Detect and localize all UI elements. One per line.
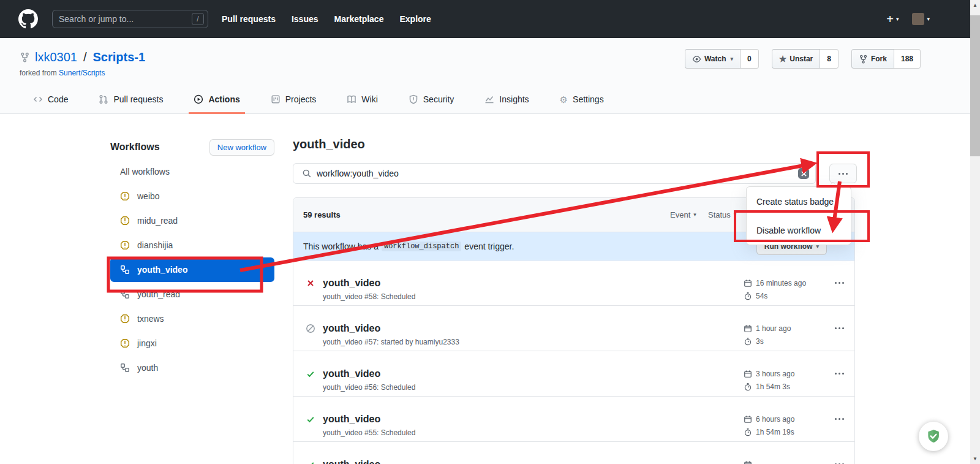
tab-projects[interactable]: Projects [266,86,322,114]
tab-settings[interactable]: ⚙ Settings [555,86,609,114]
fork-button[interactable]: Fork [851,49,894,69]
create-new-button[interactable]: + ▾ [886,13,899,25]
workflow-state-icon [120,314,130,324]
tab-security[interactable]: Security [404,86,459,114]
tab-wiki[interactable]: Wiki [342,86,382,114]
run-duration-text: 1h 54m 19s [756,428,794,436]
run-status-icon [306,369,315,379]
run-status-icon [306,460,315,464]
workflow-list-item[interactable]: youth_read [110,282,274,306]
warning-octagon-icon [120,338,130,348]
repo-name-link[interactable]: Scripts-1 [93,50,146,64]
menu-item[interactable]: Disable workflow [747,216,851,245]
caret-down-icon: ▾ [730,56,733,62]
repo-tabs: Code Pull requests Actions Projects Wiki… [28,86,609,114]
run-time [744,460,756,464]
kebab-icon [835,373,837,375]
watch-button[interactable]: Watch ▾ [685,49,741,69]
workflow-name: youth_read [137,289,180,299]
run-time: 3 hours ago [744,370,794,378]
run-name-link[interactable]: youth_video [323,414,380,425]
run-name-link[interactable]: youth_video [323,368,380,379]
workflow-name: txnews [137,314,164,324]
run-name-link[interactable]: youth_video [323,323,380,334]
status-filter[interactable]: Status ▾ [708,210,736,219]
repo-owner-link[interactable]: lxk0301 [35,50,77,64]
event-filter-label: Event [670,210,690,219]
menu-item[interactable]: Create status badge [747,187,851,216]
github-logo-icon[interactable] [18,9,38,29]
workflow-list-item[interactable]: youth [110,356,274,380]
caret-down-icon: ▾ [734,212,737,218]
tab-code[interactable]: Code [28,86,73,114]
run-time-ago: 3 hours ago [756,370,794,378]
workflow-state-icon [120,240,130,250]
tab-pull-requests[interactable]: Pull requests [94,86,168,114]
scroll-up-icon[interactable]: ▲ [970,0,980,10]
global-search-input[interactable] [59,14,192,24]
calendar-icon [744,370,752,378]
workflow-list-item[interactable]: midu_read [110,208,274,233]
calendar-icon [744,415,752,424]
kebab-icon [835,418,837,420]
runs-search-input[interactable] [317,169,798,178]
adblock-extension-button[interactable] [919,422,948,451]
workflow-icon [120,265,130,275]
user-menu-button[interactable]: ▾ [912,13,930,25]
workflow-state-icon [120,216,130,226]
caret-down-icon: ▾ [693,212,696,218]
event-filter[interactable]: Event ▾ [670,210,696,219]
run-options-button[interactable] [835,373,844,375]
eye-icon [692,55,701,64]
run-duration-text: 3s [756,337,764,346]
workflow-name: jingxi [137,338,157,348]
run-row: youth_video [293,442,854,464]
workflow-name: All workflows [120,167,170,177]
run-name-link[interactable]: youth_video [323,278,380,289]
shield-icon [409,94,418,104]
unstar-button[interactable]: ★ Unstar [772,49,821,69]
star-group: ★ Unstar 8 [772,49,839,69]
banner-text: This workflow has a [303,242,379,251]
header-nav-link[interactable]: Marketplace [334,14,384,24]
repo-actions: Watch ▾ 0 ★ Unstar 8 Fork 188 [685,49,921,69]
scrollbar[interactable]: ▲ ▼ [970,0,980,464]
clear-search-button[interactable] [798,168,809,179]
workflow-list-item[interactable]: txnews [110,306,274,331]
workflow-list-item[interactable]: jingxi [110,331,274,356]
fork-count[interactable]: 188 [894,49,921,69]
workflows-sidebar: Workflows New workflow All workflows wei… [110,138,274,380]
workflow-icon [120,363,130,373]
status-filter-label: Status [708,210,731,219]
run-options-button[interactable] [835,327,844,329]
workflow-list-item[interactable]: dianshijia [110,233,274,257]
check-icon [306,369,315,379]
forked-from-link[interactable]: Sunert/Scripts [59,69,105,77]
watch-count[interactable]: 0 [741,49,759,69]
new-workflow-button[interactable]: New workflow [209,139,274,156]
global-search: / [52,10,208,28]
tab-actions[interactable]: Actions [189,86,244,114]
scroll-down-icon[interactable]: ▼ [970,454,980,464]
repo-breadcrumb: lxk0301/Scripts-1 [20,50,145,64]
run-options-button[interactable] [835,418,844,420]
header-nav-link[interactable]: Pull requests [222,14,276,24]
workflow-list-item[interactable]: youth_video [110,257,274,282]
star-filled-icon: ★ [779,55,787,63]
workflow-list-item[interactable]: All workflows [110,159,274,184]
workflow-list: All workflows weibo midu_read [110,159,274,380]
workflow-options-menu: Create status badge Disable workflow [746,186,851,245]
repo-fork-icon [20,52,30,63]
star-count[interactable]: 8 [820,49,839,69]
project-icon [271,94,281,104]
workflow-list-item[interactable]: weibo [110,184,274,208]
run-options-button[interactable] [835,282,844,284]
header-nav-link[interactable]: Explore [399,14,431,24]
run-row: youth_video youth_video #56: Scheduled 3… [293,351,854,397]
plus-icon: + [886,13,894,25]
header-nav-link[interactable]: Issues [292,14,318,24]
runs-list: youth_video youth_video #58: Scheduled 1… [293,261,854,464]
run-name-link[interactable]: youth_video [323,459,380,464]
tab-insights[interactable]: Insights [480,86,533,114]
scrollbar-thumb[interactable] [970,15,980,156]
